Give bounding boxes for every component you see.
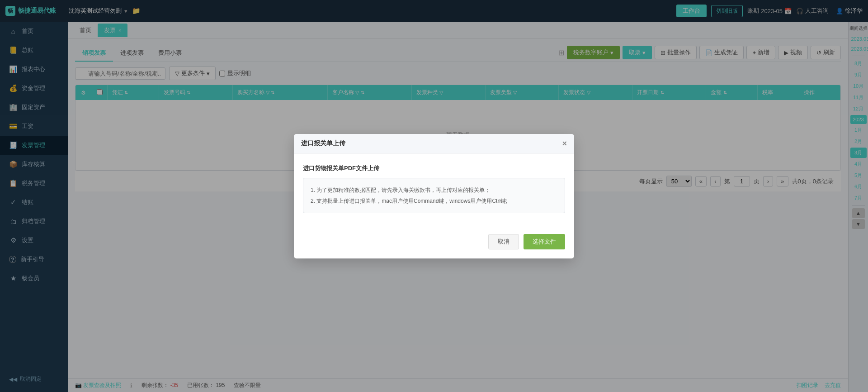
modal-info-item-2: 2. 支持批量上传进口报关单，mac用户使用Command键，windows用户… bbox=[311, 196, 557, 206]
modal: 进口报关单上传 × 进口货物报关单PDF文件上传 1. 为了更加精准的数据匹配，… bbox=[294, 134, 574, 258]
modal-info-item-1: 1. 为了更加精准的数据匹配，请先录入海关缴款书，再上传对应的报关单； bbox=[311, 185, 557, 196]
modal-cancel-btn[interactable]: 取消 bbox=[488, 234, 519, 249]
modal-body: 进口货物报关单PDF文件上传 1. 为了更加精准的数据匹配，请先录入海关缴款书，… bbox=[294, 153, 574, 229]
modal-section-title: 进口货物报关单PDF文件上传 bbox=[303, 164, 565, 172]
modal-header: 进口报关单上传 × bbox=[294, 134, 574, 153]
modal-close-btn[interactable]: × bbox=[562, 139, 567, 148]
modal-overlay[interactable]: 进口报关单上传 × 进口货物报关单PDF文件上传 1. 为了更加精准的数据匹配，… bbox=[0, 0, 868, 392]
modal-info-box: 1. 为了更加精准的数据匹配，请先录入海关缴款书，再上传对应的报关单； 2. 支… bbox=[303, 178, 565, 213]
modal-title: 进口报关单上传 bbox=[301, 139, 345, 148]
modal-select-file-btn[interactable]: 选择文件 bbox=[524, 234, 565, 249]
modal-footer: 取消 选择文件 bbox=[294, 229, 574, 258]
